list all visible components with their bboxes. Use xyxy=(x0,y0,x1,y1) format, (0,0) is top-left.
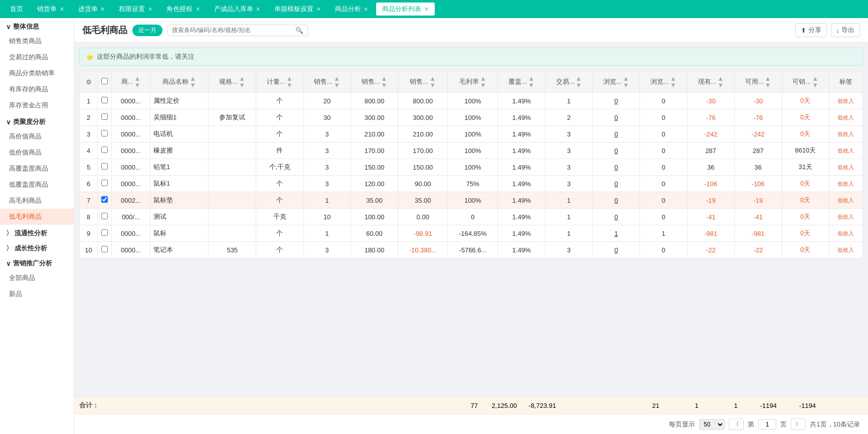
nav-product-analysis[interactable]: 商品分析 ✕ xyxy=(329,3,375,16)
cell-checkbox[interactable] xyxy=(98,159,112,176)
th-settings[interactable]: ⚙ xyxy=(80,71,98,93)
nav-product-entry[interactable]: 产成品入库单 ✕ xyxy=(208,3,267,16)
nav-sales-close[interactable]: ✕ xyxy=(60,6,64,12)
next-page-button[interactable]: 〉 xyxy=(791,418,806,430)
cell-trade: 3 xyxy=(545,159,592,176)
row-checkbox[interactable] xyxy=(101,113,108,120)
export-button[interactable]: ↓ 导出 xyxy=(831,23,860,37)
settings-icon[interactable]: ⚙ xyxy=(86,78,92,86)
nav-sales[interactable]: 销货单 ✕ xyxy=(31,3,70,16)
cell-spec xyxy=(209,225,256,242)
cell-checkbox[interactable] xyxy=(98,93,112,109)
cell-coverage: 1.49% xyxy=(498,176,545,192)
view1-link[interactable]: 0 xyxy=(614,130,618,138)
cell-checkbox[interactable] xyxy=(98,242,112,258)
sidebar-item-high-margin[interactable]: 高毛利商品 xyxy=(0,193,74,209)
nav-product-analysis-close[interactable]: ✕ xyxy=(364,6,368,12)
sidebar-section-growth[interactable]: 〉 成长性分析 xyxy=(0,240,74,255)
table-row: 2 0000... 吴细细1 参加复试 个 30 300.00 300.00 1… xyxy=(80,109,863,126)
search-input[interactable] xyxy=(172,27,295,34)
cell-view1[interactable]: 0 xyxy=(593,242,640,258)
view1-link[interactable]: 0 xyxy=(614,180,618,188)
sidebar-item-sales-products[interactable]: 销售类商品 xyxy=(0,33,74,49)
th-sale-qty: 销售...▲▼ xyxy=(303,71,351,93)
nav-purchase[interactable]: 进货单 ✕ xyxy=(72,3,111,16)
row-checkbox[interactable] xyxy=(101,246,108,252)
sidebar-section-flow[interactable]: 〉 流通性分析 xyxy=(0,225,74,240)
cell-sale-qty: 10 xyxy=(303,209,351,225)
row-checkbox[interactable] xyxy=(101,147,108,153)
cell-view1[interactable]: 1 xyxy=(593,225,640,242)
view1-link[interactable]: 0 xyxy=(614,246,618,254)
cell-unit: 个 xyxy=(256,176,303,192)
cell-checkbox[interactable] xyxy=(98,142,112,159)
sidebar-item-low-margin[interactable]: 低毛利商品 xyxy=(0,209,74,225)
sidebar-item-high-coverage[interactable]: 高覆盖度商品 xyxy=(0,161,74,177)
row-checkbox[interactable] xyxy=(101,163,108,170)
cell-view1[interactable]: 0 xyxy=(593,109,640,126)
table-row: 7 0002... 鼠标垫 个 1 35.00 35.00 100% 1.49%… xyxy=(80,192,863,209)
view1-link[interactable]: 0 xyxy=(614,114,618,121)
view1-link[interactable]: 1 xyxy=(614,230,618,237)
period-button[interactable]: 近一月 xyxy=(132,25,162,36)
sidebar-item-in-stock[interactable]: 有库存的商品 xyxy=(0,81,74,97)
sidebar-item-all-products[interactable]: 全部商品 xyxy=(0,270,74,286)
cell-view1[interactable]: 0 xyxy=(593,159,640,176)
sidebar-item-traded[interactable]: 交易过的商品 xyxy=(0,49,74,65)
select-all-checkbox[interactable] xyxy=(101,78,108,84)
sidebar-item-low-value[interactable]: 低价值商品 xyxy=(0,144,74,161)
nav-roles[interactable]: 角色授权 ✕ xyxy=(160,3,206,16)
view1-link[interactable]: 0 xyxy=(614,147,618,155)
sidebar-section-marketing[interactable]: ∨ 营销推广分析 xyxy=(0,255,74,270)
cell-checkbox[interactable] xyxy=(98,209,112,225)
sidebar-item-new-products[interactable]: 新品 xyxy=(0,286,74,302)
row-checkbox[interactable] xyxy=(101,229,108,236)
sidebar-item-stock-capital[interactable]: 库存资金占用 xyxy=(0,97,74,113)
row-checkbox[interactable] xyxy=(101,130,108,136)
nav-purchase-close[interactable]: ✕ xyxy=(100,6,105,12)
nav-analysis-list-close[interactable]: ✕ xyxy=(424,6,429,12)
cell-checkbox[interactable] xyxy=(98,192,112,209)
sidebar-item-low-coverage[interactable]: 低覆盖度商品 xyxy=(0,177,74,193)
nav-template[interactable]: 单据模板设置 ✕ xyxy=(268,3,327,16)
row-checkbox[interactable] xyxy=(101,213,108,219)
cell-view1[interactable]: 0 xyxy=(593,93,640,109)
sidebar-item-high-value[interactable]: 高价值商品 xyxy=(0,128,74,144)
nav-roles-close[interactable]: ✕ xyxy=(196,6,200,12)
cell-view1[interactable]: 0 xyxy=(593,209,640,225)
tag-badge: 低收入 xyxy=(837,181,854,187)
nav-home[interactable]: 首页 xyxy=(4,3,29,16)
sidebar-section-general[interactable]: ∨ 整体信息 xyxy=(0,18,74,33)
view1-link[interactable]: 0 xyxy=(614,197,618,204)
nav-analysis-list[interactable]: 商品分析列表 ✕ xyxy=(376,3,435,16)
th-checkbox[interactable] xyxy=(98,71,112,93)
sidebar-item-category-rate[interactable]: 商品分类助销率 xyxy=(0,65,74,81)
row-checkbox[interactable] xyxy=(101,180,108,186)
nav-permissions[interactable]: 权限设置 ✕ xyxy=(113,3,158,16)
view1-link[interactable]: 0 xyxy=(614,97,618,105)
sidebar-section-cluster[interactable]: ∨ 类聚度分析 xyxy=(0,113,74,128)
search-icon[interactable]: 🔍 xyxy=(295,27,303,34)
nav-permissions-close[interactable]: ✕ xyxy=(148,6,152,12)
cell-view1[interactable]: 0 xyxy=(593,142,640,159)
cell-view1[interactable]: 0 xyxy=(593,192,640,209)
th-sale-amount: 销售...▲▼ xyxy=(398,71,448,93)
cell-checkbox[interactable] xyxy=(98,126,112,142)
cell-checkbox[interactable] xyxy=(98,109,112,126)
row-checkbox[interactable] xyxy=(101,97,108,103)
share-button[interactable]: ⬆ 分享 xyxy=(795,23,827,37)
row-checkbox[interactable] xyxy=(101,196,108,203)
view1-link[interactable]: 0 xyxy=(614,164,618,171)
cell-checkbox[interactable] xyxy=(98,225,112,242)
nav-product-entry-close[interactable]: ✕ xyxy=(256,6,260,12)
page-number-input[interactable] xyxy=(758,419,776,429)
nav-template-close[interactable]: ✕ xyxy=(316,6,321,12)
cell-view1[interactable]: 0 xyxy=(593,126,640,142)
cell-view1[interactable]: 0 xyxy=(593,176,640,192)
cell-checkbox[interactable] xyxy=(98,176,112,192)
cell-trade: 3 xyxy=(545,142,592,159)
th-available: 可用...▲▼ xyxy=(735,71,782,93)
prev-page-button[interactable]: 〈 xyxy=(729,418,744,430)
view1-link[interactable]: 0 xyxy=(614,213,618,221)
page-size-select[interactable]: 50 100 200 xyxy=(699,419,725,430)
